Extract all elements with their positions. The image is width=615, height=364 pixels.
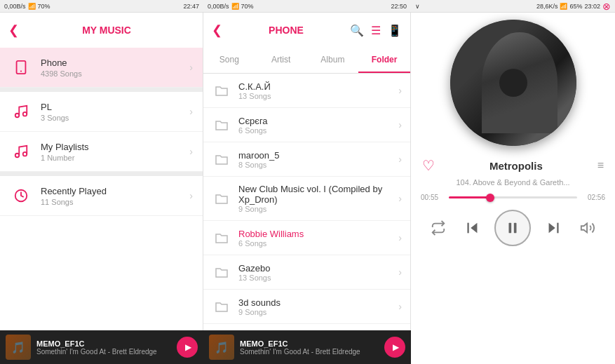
list-item[interactable]: maroon_5 8 Songs ›	[203, 142, 410, 177]
np-play-middle[interactable]	[384, 337, 405, 358]
playlists-icon	[10, 140, 32, 163]
svg-rect-10	[514, 223, 517, 234]
recently-chevron: ›	[189, 190, 193, 201]
folder-songs-5: 13 Songs	[238, 274, 398, 282]
middle-panel: 0,00B/s 📶 70% 22:50 ❮ PHONE 🔍 ☰ 📱 Song A…	[203, 0, 411, 364]
menu-item-playlists[interactable]: My Playlists 1 Number ›	[0, 132, 203, 172]
folder-tabs: Song Artist Album Folder	[203, 48, 410, 74]
folder-chevron-0: ›	[398, 85, 402, 96]
recently-label: Recently Played	[41, 186, 189, 196]
folder-name-2: maroon_5	[238, 150, 398, 161]
right-status-right: 28,6K/s 📶 65% 23:02 ⊗	[536, 1, 611, 12]
pl-chevron: ›	[189, 106, 193, 117]
np-thumb-middle: 🎵	[209, 335, 234, 360]
pause-button[interactable]	[494, 210, 531, 246]
menu-item-phone[interactable]: Phone 4398 Songs ›	[0, 48, 203, 88]
list-item[interactable]: New Club Music vol. I (Compiled by Xp_Dr…	[203, 177, 410, 221]
progress-bar[interactable]	[449, 196, 577, 198]
folder-chevron-4: ›	[398, 232, 402, 243]
folder-name-0: С.К.А.Й	[238, 81, 398, 92]
phone-device-icon[interactable]: 📱	[388, 24, 402, 37]
left-panel: 0,00B/s 📶 70% 22:47 ❮ MY MUSIC Phone 439…	[0, 0, 203, 364]
svg-marker-11	[548, 223, 555, 234]
playlists-label: My Playlists	[41, 142, 189, 152]
right-panel: ∨ 28,6K/s 📶 65% 23:02 ⊗ ♡ Metropolis ≡ 1…	[411, 0, 615, 364]
left-time: 22:47	[183, 3, 199, 10]
menu-icon[interactable]: ☰	[371, 24, 381, 37]
middle-title: PHONE	[222, 25, 350, 36]
playlists-chevron: ›	[189, 146, 193, 157]
right-battery: 65%	[569, 3, 582, 10]
list-item[interactable]: С.К.А.Й 13 Songs ›	[203, 74, 410, 108]
right-dropdown-icon: ∨	[415, 3, 420, 10]
search-icon[interactable]: 🔍	[350, 24, 364, 37]
controls-row	[411, 204, 615, 252]
left-title: MY MUSIC	[19, 25, 194, 36]
folder-songs-6: 9 Songs	[238, 308, 398, 316]
album-art	[450, 20, 576, 146]
volume-button[interactable]	[575, 215, 600, 241]
folder-name-5: Gazebo	[238, 263, 398, 274]
list-item[interactable]: Gazebo 13 Songs ›	[203, 255, 410, 290]
folder-songs-0: 13 Songs	[238, 92, 398, 100]
folder-name-4: Robbie Williams	[238, 229, 398, 239]
np-play-left[interactable]	[177, 337, 198, 358]
time-total: 02:56	[583, 194, 605, 201]
folder-name-3: New Club Music vol. I (Compiled by Xp_Dr…	[238, 184, 398, 205]
heart-button[interactable]: ♡	[422, 157, 435, 174]
right-time: 23:02	[584, 3, 600, 10]
now-playing-middle[interactable]: 🎵 MEMO_EF1C Somethin' I'm Good At - Bret…	[203, 330, 411, 364]
left-back-button[interactable]: ❮	[8, 22, 19, 38]
progress-fill	[449, 196, 490, 198]
now-playing-left[interactable]: 🎵 MEMO_EF1C Somethin' I'm Good At - Bret…	[0, 330, 203, 364]
np-thumb-left: 🎵	[6, 335, 31, 360]
prev-button[interactable]	[460, 215, 485, 241]
folder-icon-3	[212, 189, 231, 208]
middle-wifi-icon: 📶	[231, 3, 239, 10]
repeat-button[interactable]	[426, 215, 451, 241]
song-title: Metropolis	[435, 160, 597, 172]
svg-point-3	[23, 112, 27, 116]
left-header: ❮ MY MUSIC	[0, 13, 203, 48]
folder-chevron-3: ›	[398, 193, 402, 204]
middle-speed: 0,00B/s	[208, 3, 229, 10]
tab-song[interactable]: Song	[203, 48, 255, 73]
tab-folder[interactable]: Folder	[358, 48, 410, 73]
right-settings-icon[interactable]: ⊗	[602, 1, 611, 12]
queue-icon[interactable]: ≡	[597, 159, 604, 172]
left-speed: 0,00B/s	[4, 3, 26, 10]
list-item[interactable]: 3d sounds 9 Songs ›	[203, 290, 410, 324]
menu-item-recently[interactable]: Recently Played 11 Songs ›	[0, 176, 203, 216]
middle-status-right: 22:50	[391, 3, 407, 10]
tab-artist[interactable]: Artist	[255, 48, 307, 73]
menu-item-pl[interactable]: PL 3 Songs ›	[0, 92, 203, 132]
folder-list: С.К.А.Й 13 Songs › Сєрєга 6 Songs › maro…	[203, 74, 410, 364]
middle-status-bar: 0,00B/s 📶 70% 22:50	[203, 0, 411, 13]
list-item-robbie[interactable]: Robbie Williams 6 Songs ›	[203, 221, 410, 255]
pl-icon	[10, 100, 32, 123]
svg-point-1	[20, 70, 22, 72]
progress-thumb[interactable]	[486, 194, 494, 202]
list-item[interactable]: Сєрєга 6 Songs ›	[203, 108, 410, 142]
phone-icon	[10, 56, 32, 79]
folder-chevron-6: ›	[398, 301, 402, 312]
song-info-row: ♡ Metropolis ≡	[411, 153, 615, 178]
folder-songs-2: 8 Songs	[238, 161, 398, 169]
folder-songs-1: 6 Songs	[238, 126, 398, 135]
folder-chevron-1: ›	[398, 119, 402, 130]
next-button[interactable]	[541, 215, 566, 241]
folder-chevron-2: ›	[398, 154, 402, 165]
svg-point-5	[23, 152, 27, 156]
right-speed: 28,6K/s	[536, 3, 558, 10]
folder-songs-3: 9 Songs	[238, 205, 398, 213]
svg-point-4	[15, 154, 20, 158]
np-filename-left: MEMO_EF1C	[36, 339, 171, 348]
tab-album[interactable]: Album	[307, 48, 359, 73]
middle-back-button[interactable]: ❮	[212, 22, 222, 38]
svg-point-2	[15, 114, 20, 118]
folder-icon-4	[212, 228, 231, 248]
right-status-left: ∨	[415, 3, 420, 10]
right-status-bar: ∨ 28,6K/s 📶 65% 23:02 ⊗	[411, 0, 615, 13]
middle-status-left: 0,00B/s 📶 70%	[208, 3, 254, 10]
middle-time: 22:50	[391, 3, 407, 10]
